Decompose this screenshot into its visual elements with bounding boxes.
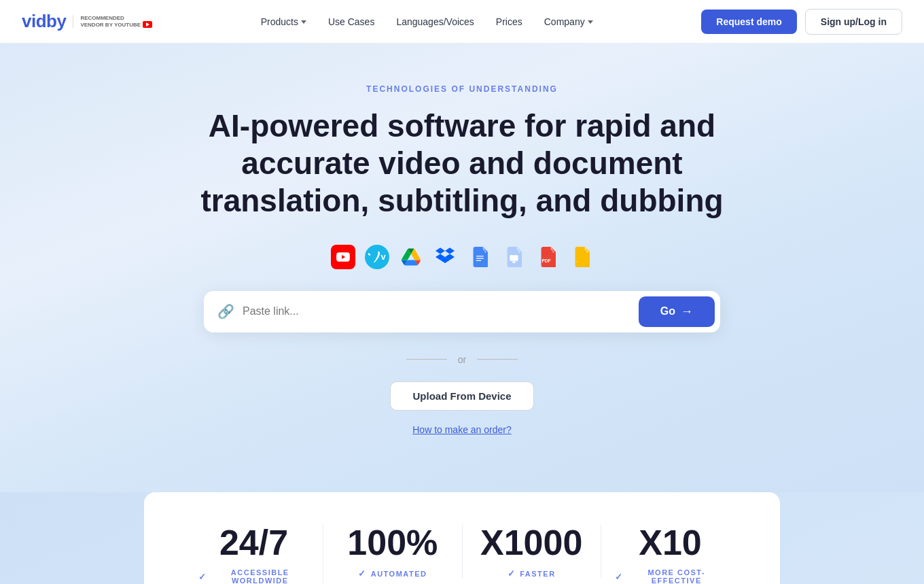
pdf-icon[interactable]: PDF	[535, 245, 559, 269]
vimeo-icon[interactable]: v	[365, 245, 389, 269]
svg-rect-3	[510, 255, 518, 260]
stat-label-247: ✓ ACCESSIBLE WORLDWIDE	[198, 568, 309, 584]
link-icon: 🔗	[217, 303, 234, 320]
logo-text: vidby	[22, 11, 66, 32]
search-bar: 🔗 Go →	[204, 291, 720, 332]
google-drive-icon[interactable]	[399, 245, 423, 269]
how-to-order-link[interactable]: How to make an order?	[412, 424, 512, 435]
nav-item-languages[interactable]: Languages/Voices	[387, 11, 483, 33]
divider-line-left	[406, 359, 447, 360]
navbar-right: Request demo Sign up/Log in	[701, 9, 902, 35]
signup-login-button[interactable]: Sign up/Log in	[805, 9, 902, 35]
stat-number-247: 24/7	[198, 525, 309, 560]
divider-line-right	[477, 359, 518, 360]
hero-title: AI-powered software for rapid and accura…	[170, 107, 754, 220]
logo-badge: RECOMMENDED VENDOR BY YOUTUBE	[73, 15, 152, 29]
go-button[interactable]: Go →	[639, 296, 715, 327]
google-docs-icon[interactable]	[467, 245, 491, 269]
svg-rect-5	[513, 262, 516, 263]
stat-label-x10: ✓ MORE COST-EFFECTIVE	[615, 568, 726, 584]
stats-section: 24/7 ✓ ACCESSIBLE WORLDWIDE 100% ✓ AUTOM…	[144, 492, 780, 584]
chevron-down-icon	[588, 20, 593, 24]
navbar-left: vidby RECOMMENDED VENDOR BY YOUTUBE	[22, 11, 152, 32]
check-icon: ✓	[358, 568, 367, 579]
nav-item-company[interactable]: Company	[535, 11, 603, 33]
stat-item-100: 100% ✓ AUTOMATED	[323, 525, 462, 579]
nav-item-products[interactable]: Products	[251, 11, 316, 33]
svg-text:PDF: PDF	[542, 258, 551, 263]
nav-item-usecases[interactable]: Use Cases	[319, 11, 384, 33]
chevron-down-icon	[301, 20, 306, 24]
or-text: or	[458, 354, 466, 365]
stat-item-x1000: X1000 ✓ FASTER	[463, 525, 601, 579]
check-icon: ✓	[508, 568, 516, 579]
navbar-nav: Products Use Cases Languages/Voices Pric…	[251, 11, 603, 33]
google-slides-icon[interactable]	[501, 245, 525, 269]
stat-label-x1000: ✓ FASTER	[476, 568, 587, 579]
navbar: vidby RECOMMENDED VENDOR BY YOUTUBE Prod…	[0, 0, 924, 44]
stat-number-x1000: X1000	[476, 525, 587, 560]
svg-rect-4	[512, 261, 516, 262]
youtube-badge-icon	[143, 21, 152, 28]
hero-eyebrow: TECHNOLOGIES OF UNDERSTANDING	[366, 84, 558, 94]
svg-rect-1	[476, 258, 484, 258]
upload-from-device-button[interactable]: Upload From Device	[390, 381, 533, 411]
stat-number-100: 100%	[337, 525, 448, 560]
stat-number-x10: X10	[615, 525, 726, 560]
request-demo-button[interactable]: Request demo	[701, 10, 796, 34]
check-icon: ✓	[198, 572, 207, 582]
dropbox-icon[interactable]	[433, 245, 457, 269]
svg-rect-0	[476, 256, 484, 256]
hero-section: TECHNOLOGIES OF UNDERSTANDING AI-powered…	[0, 44, 924, 492]
nav-item-prices[interactable]: Prices	[486, 11, 532, 33]
audio-file-icon[interactable]: ♪	[569, 245, 593, 269]
service-icons-row: v	[331, 245, 593, 269]
check-icon: ✓	[615, 572, 624, 582]
arrow-icon: →	[681, 305, 693, 319]
svg-text:♪: ♪	[576, 259, 578, 263]
logo[interactable]: vidby RECOMMENDED VENDOR BY YOUTUBE	[22, 11, 152, 32]
stat-item-x10: X10 ✓ MORE COST-EFFECTIVE	[601, 525, 739, 584]
svg-rect-2	[476, 260, 482, 260]
stat-label-100: ✓ AUTOMATED	[337, 568, 448, 579]
stat-item-247: 24/7 ✓ ACCESSIBLE WORLDWIDE	[185, 525, 323, 584]
search-input[interactable]	[243, 305, 639, 317]
youtube-icon[interactable]	[331, 245, 355, 269]
or-divider: or	[406, 354, 518, 365]
